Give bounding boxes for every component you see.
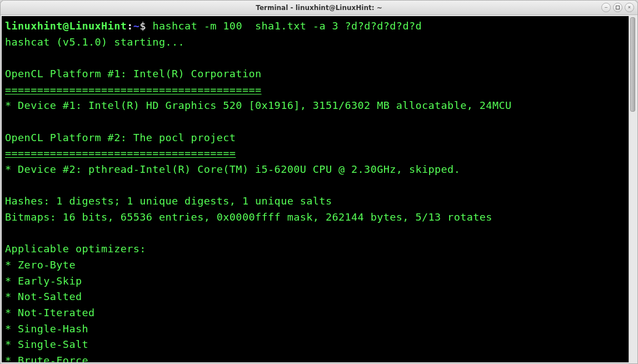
window-title: Terminal - linuxhint@LinuxHint: ~ bbox=[256, 4, 382, 12]
scrollbar[interactable] bbox=[629, 16, 636, 362]
terminal-output[interactable]: linuxhint@LinuxHint:~$ hashcat -m 100 sh… bbox=[2, 16, 629, 362]
terminal-container: linuxhint@LinuxHint:~$ hashcat -m 100 sh… bbox=[2, 16, 636, 362]
maximize-button[interactable] bbox=[613, 3, 622, 12]
close-button[interactable]: × bbox=[625, 3, 634, 12]
titlebar[interactable]: Terminal - linuxhint@LinuxHint: ~ – × bbox=[1, 1, 637, 15]
window-controls: – × bbox=[601, 3, 634, 12]
svg-rect-0 bbox=[616, 6, 620, 9]
scrollbar-thumb[interactable] bbox=[630, 17, 635, 112]
minimize-button[interactable]: – bbox=[601, 3, 611, 12]
terminal-window: Terminal - linuxhint@LinuxHint: ~ – × li… bbox=[0, 0, 638, 364]
